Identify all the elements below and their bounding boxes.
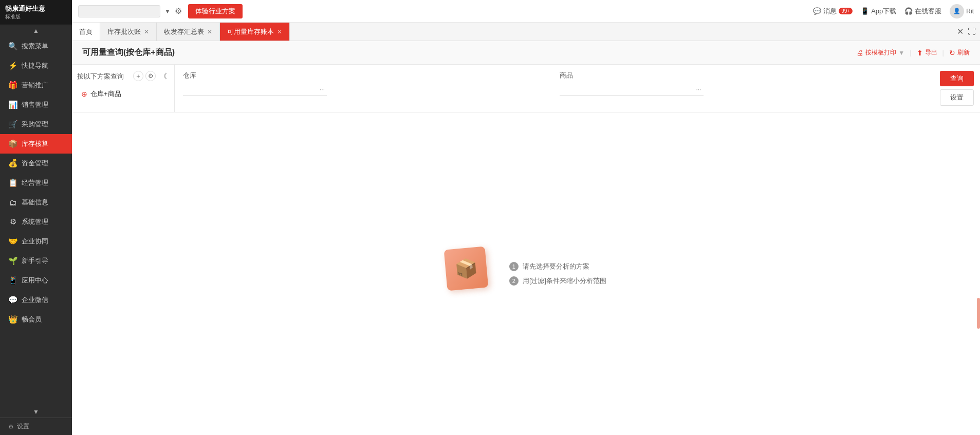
topbar-search-input[interactable]: [78, 5, 160, 17]
tab-receive-summary-close[interactable]: ✕: [207, 28, 212, 35]
scheme-warehouse-icon: ⊕: [81, 90, 87, 98]
tab-batch-account-label: 库存批次账: [107, 27, 141, 36]
empty-tips: 1 请先选择要分析的方案 2 用[过滤]条件来缩小分析范围: [509, 262, 606, 286]
user-profile[interactable]: 👤 Rit: [950, 4, 974, 18]
export-btn[interactable]: ⬆ 导出: [917, 48, 937, 57]
trial-btn[interactable]: 体验行业方案: [188, 4, 243, 18]
tabs-bar: 首页 库存批次账 ✕ 收发存汇总表 ✕ 可用量库存账本 ✕ ✕ ⛶: [72, 23, 980, 41]
sidebar-item-label-wechat: 企业微信: [22, 295, 48, 305]
topbar-dropdown-icon[interactable]: ▼: [164, 8, 171, 15]
sidebar-item-system[interactable]: ⚙ 系统管理: [0, 212, 72, 232]
settings-icon: ⚙: [8, 423, 14, 430]
sidebar-item-inventory[interactable]: 📦 库存核算: [0, 134, 72, 154]
add-scheme-btn[interactable]: ＋: [133, 71, 143, 81]
message-icon: 💬: [813, 7, 821, 15]
sidebar-item-label-sales: 销售管理: [22, 100, 48, 109]
system-icon: ⚙: [8, 217, 17, 226]
tab-home[interactable]: 首页: [72, 23, 100, 41]
empty-illustration: [446, 248, 497, 299]
empty-tip-2: 2 用[过滤]条件来缩小分析范围: [509, 276, 606, 286]
topbar: ▼ ⚙ 体验行业方案 💬 消息 99+ 📱 App下载 🎧 在线客服 👤 Rit: [72, 0, 980, 23]
sidebar-item-sales[interactable]: 📊 销售管理: [0, 95, 72, 115]
collapse-scheme-btn[interactable]: 《: [158, 71, 169, 82]
quick-nav-icon: ⚡: [8, 61, 17, 70]
sidebar-settings[interactable]: ⚙ 设置: [0, 418, 72, 435]
sidebar-item-newbie[interactable]: 🌱 新手引导: [0, 251, 72, 271]
tab-batch-account-close[interactable]: ✕: [144, 28, 149, 35]
sidebar-item-enterprise[interactable]: 🤝 企业协同: [0, 232, 72, 251]
tab-batch-account[interactable]: 库存批次账 ✕: [100, 23, 157, 41]
finance-icon: 💰: [8, 159, 17, 168]
scheme-item-warehouse-goods[interactable]: ⊕ 仓库+商品: [77, 86, 169, 102]
sidebar-item-quick-nav[interactable]: ⚡ 快捷导航: [0, 56, 72, 75]
tab-expand-btn[interactable]: ⛶: [968, 27, 976, 36]
filter-goods-input[interactable]: [560, 83, 694, 95]
online-service-btn[interactable]: 🎧 在线客服: [904, 7, 941, 16]
tip-text-2: 用[过滤]条件来缩小分析范围: [523, 276, 606, 286]
sidebar-item-label-basic: 基础信息: [22, 198, 48, 207]
purchase-icon: 🛒: [8, 120, 17, 129]
page-header: 可用量查询(按仓库+商品) 🖨 按模板打印 ▼ | ⬆ 导出 | ↻ 刷新: [72, 41, 980, 65]
tab-close-all-btn[interactable]: ✕: [957, 27, 964, 36]
tab-available-qty[interactable]: 可用量库存账本 ✕: [220, 23, 290, 41]
sidebar-item-label-inventory: 库存核算: [22, 139, 48, 148]
filter-warehouse-group: 仓库 ···: [183, 71, 549, 96]
action-buttons: 查询 设置: [934, 65, 980, 112]
filter-warehouse-dots[interactable]: ···: [318, 84, 327, 95]
username: Rit: [966, 8, 974, 15]
avatar: 👤: [950, 4, 964, 18]
edit-scheme-btn[interactable]: ⚙: [145, 71, 156, 81]
sidebar-item-label-system: 系统管理: [22, 217, 48, 226]
sidebar-item-label-operation: 经营管理: [22, 178, 48, 187]
sidebar-item-label-app-center: 应用中心: [22, 276, 48, 285]
tip-num-2: 2: [509, 276, 519, 286]
search-icon: 🔍: [8, 42, 17, 51]
query-area: 按以下方案查询 ＋ ⚙ 《 ⊕ 仓库+商品 仓库: [72, 65, 980, 112]
sidebar-item-basic[interactable]: 🗂 基础信息: [0, 193, 72, 212]
sidebar-item-finance[interactable]: 💰 资金管理: [0, 154, 72, 173]
tab-available-qty-close[interactable]: ✕: [277, 28, 282, 35]
sidebar-scroll-up[interactable]: ▲: [0, 25, 72, 36]
filter-area: 仓库 ··· 商品 ···: [175, 65, 934, 112]
sidebar-item-member[interactable]: 👑 畅会员: [0, 310, 72, 329]
settings-btn[interactable]: 设置: [940, 89, 974, 106]
query-btn[interactable]: 查询: [940, 71, 974, 86]
sidebar-item-operation[interactable]: 📋 经营管理: [0, 173, 72, 193]
refresh-label: 刷新: [957, 48, 970, 57]
tab-receive-summary[interactable]: 收发存汇总表 ✕: [157, 23, 220, 41]
sidebar-item-purchase[interactable]: 🛒 采购管理: [0, 115, 72, 134]
sidebar-item-search[interactable]: 🔍 搜索菜单: [0, 36, 72, 56]
topbar-gear-icon[interactable]: ⚙: [175, 6, 182, 16]
print-icon: 🖨: [856, 49, 863, 57]
print-template-btn[interactable]: 🖨 按模板打印 ▼: [856, 48, 904, 57]
divider2: |: [942, 49, 944, 56]
app-download-btn[interactable]: 📱 App下载: [861, 7, 896, 16]
sidebar-item-app-center[interactable]: 📱 应用中心: [0, 271, 72, 290]
export-label: 导出: [925, 48, 937, 57]
filter-goods-dots[interactable]: ···: [694, 84, 703, 95]
app-download-label: App下载: [871, 7, 896, 16]
phone-icon: 📱: [861, 7, 869, 15]
topbar-right: 💬 消息 99+ 📱 App下载 🎧 在线客服 👤 Rit: [813, 4, 974, 18]
refresh-icon: ↻: [949, 49, 955, 57]
print-template-label: 按模板打印: [865, 48, 896, 57]
newbie-icon: 🌱: [8, 256, 17, 266]
tab-receive-summary-label: 收发存汇总表: [164, 27, 204, 36]
refresh-btn[interactable]: ↻ 刷新: [949, 48, 970, 57]
sidebar-item-label-finance: 资金管理: [22, 159, 48, 168]
page-title: 可用量查询(按仓库+商品): [82, 47, 175, 58]
settings-label: 设置: [17, 422, 29, 431]
sidebar-item-wechat[interactable]: 💬 企业微信: [0, 290, 72, 310]
scheme-actions: ＋ ⚙ 《: [133, 71, 169, 82]
filter-goods-group: 商品 ···: [560, 71, 926, 96]
operation-icon: 📋: [8, 178, 17, 187]
sidebar-item-marketing[interactable]: 🎁 营销推广: [0, 75, 72, 95]
filter-warehouse-input[interactable]: [183, 83, 318, 95]
message-btn[interactable]: 💬 消息 99+: [813, 7, 853, 16]
scheme-warehouse-label: 仓库+商品: [90, 89, 121, 99]
content-area: 可用量查询(按仓库+商品) 🖨 按模板打印 ▼ | ⬆ 导出 | ↻ 刷新: [72, 41, 980, 435]
right-scrollbar[interactable]: [977, 298, 980, 329]
sidebar-item-label-purchase: 采购管理: [22, 120, 48, 129]
basic-icon: 🗂: [8, 198, 17, 207]
sidebar-scroll-down[interactable]: ▼: [0, 406, 72, 418]
